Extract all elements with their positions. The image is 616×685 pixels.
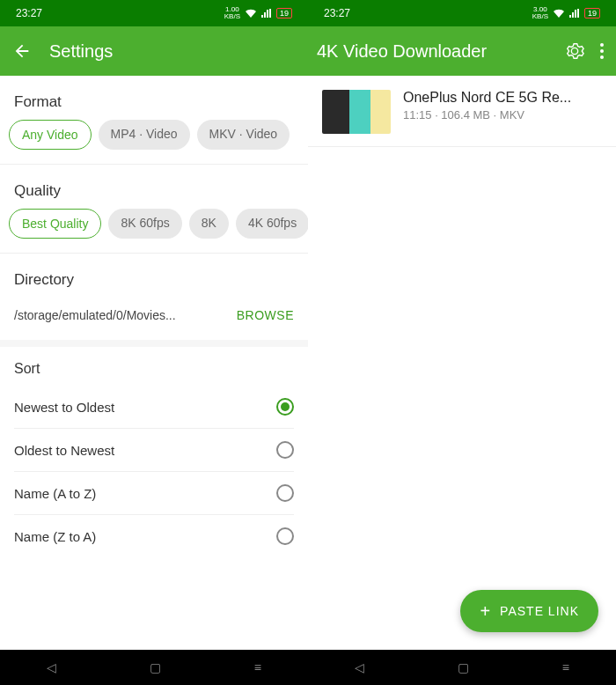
quality-chips: Best Quality 8K 60fps 8K 4K 60fps xyxy=(0,209,308,253)
video-meta: 11:15 · 106.4 MB · MKV xyxy=(403,108,602,122)
sort-option-newest[interactable]: Newest to Oldest xyxy=(14,386,294,429)
app-bar: Settings 4K Video Downloader xyxy=(0,26,616,76)
back-icon[interactable] xyxy=(12,41,32,61)
nav-home-icon[interactable]: ▢ xyxy=(150,660,161,674)
radio-icon xyxy=(276,527,294,545)
svg-point-2 xyxy=(600,55,604,59)
video-thumbnail xyxy=(322,90,391,134)
downloads-pane: OnePlus Nord CE 5G Re... 11:15 · 106.4 M… xyxy=(308,76,616,650)
nav-home-icon[interactable]: ▢ xyxy=(458,660,469,674)
nav-back-icon[interactable]: ◁ xyxy=(47,660,56,674)
paste-link-button[interactable]: + PASTE LINK xyxy=(460,590,598,632)
signal-icon xyxy=(261,9,272,18)
battery-icon: 19 xyxy=(276,8,292,18)
format-label: Format xyxy=(0,76,308,120)
clock: 23:27 xyxy=(16,7,42,19)
svg-point-0 xyxy=(600,43,604,47)
directory-path: /storage/emulated/0/Movies... xyxy=(14,308,176,322)
page-title: Settings xyxy=(49,41,113,62)
wifi-icon xyxy=(553,8,565,18)
video-list-item[interactable]: OnePlus Nord CE 5G Re... 11:15 · 106.4 M… xyxy=(308,76,616,147)
directory-label: Directory xyxy=(0,254,308,298)
sort-option-name-az[interactable]: Name (A to Z) xyxy=(14,472,294,515)
app-title: 4K Video Downloader xyxy=(317,41,487,62)
svg-point-1 xyxy=(600,49,604,53)
radio-icon xyxy=(276,484,294,502)
battery-icon: 19 xyxy=(584,8,600,18)
chip-any-video[interactable]: Any Video xyxy=(9,120,92,150)
divider xyxy=(0,340,308,347)
quality-label: Quality xyxy=(0,165,308,209)
settings-pane: Format Any Video MP4 · Video MKV · Video… xyxy=(0,76,308,650)
sort-option-oldest[interactable]: Oldest to Newest xyxy=(14,429,294,472)
wifi-icon xyxy=(245,8,257,18)
chip-mp4[interactable]: MP4 · Video xyxy=(99,120,190,150)
chip-8k60[interactable]: 8K 60fps xyxy=(108,209,181,239)
sort-label: Sort xyxy=(14,361,294,377)
signal-icon xyxy=(569,9,580,18)
status-bar: 23:27 1.00KB/S 19 23:27 3.00KB/S 19 xyxy=(0,0,616,26)
plus-icon: + xyxy=(480,602,491,620)
radio-icon xyxy=(276,441,294,459)
video-title: OnePlus Nord CE 5G Re... xyxy=(403,90,602,106)
radio-icon xyxy=(276,398,294,416)
chip-4k60[interactable]: 4K 60fps xyxy=(236,209,308,239)
nav-back-icon[interactable]: ◁ xyxy=(355,660,364,674)
chip-best-quality[interactable]: Best Quality xyxy=(9,209,101,239)
format-chips: Any Video MP4 · Video MKV · Video xyxy=(0,120,308,164)
chip-mkv[interactable]: MKV · Video xyxy=(197,120,290,150)
nav-bar: ◁ ▢ ≡ ◁ ▢ ≡ xyxy=(0,650,616,685)
nav-recent-icon[interactable]: ≡ xyxy=(254,660,261,674)
browse-button[interactable]: BROWSE xyxy=(237,308,294,322)
more-icon[interactable] xyxy=(600,43,604,59)
chip-8k[interactable]: 8K xyxy=(189,209,229,239)
nav-recent-icon[interactable]: ≡ xyxy=(562,660,569,674)
clock: 23:27 xyxy=(324,7,350,19)
gear-icon[interactable] xyxy=(565,41,584,61)
sort-option-name-za[interactable]: Name (Z to A) xyxy=(14,515,294,557)
